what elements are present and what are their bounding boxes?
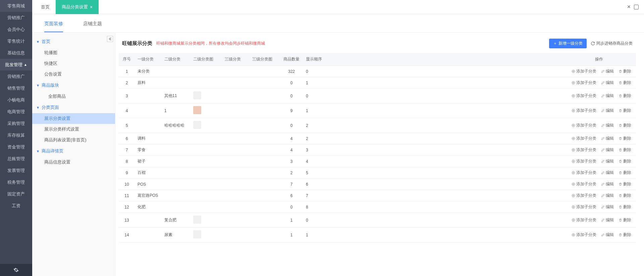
main-nav-item[interactable]: 发票管理	[0, 165, 32, 176]
tree-group-product-detail[interactable]: ▼ 商品详情页	[32, 145, 115, 157]
cell-order: 5	[303, 167, 562, 179]
main-nav-item[interactable]: 总账管理	[0, 153, 32, 165]
main-nav-item[interactable]: 税务管理	[0, 176, 32, 188]
add-sub-button[interactable]: 添加子分类	[572, 181, 596, 187]
add-sub-button[interactable]: 添加子分类	[572, 158, 596, 164]
add-sub-button[interactable]: 添加子分类	[572, 93, 596, 99]
category-thumb[interactable]	[193, 106, 201, 114]
fullscreen-icon[interactable]	[634, 5, 639, 9]
tree-item-display-category-style[interactable]: 展示分类样式设置	[32, 124, 115, 135]
close-icon[interactable]: ×	[90, 4, 93, 10]
tree-item-all-products[interactable]: 全部商品	[32, 91, 115, 102]
edit-button[interactable]: 编辑	[601, 68, 614, 74]
add-sub-button[interactable]: 添加子分类	[572, 108, 596, 113]
main-nav-item[interactable]: 采购管理	[0, 118, 32, 129]
tree-item-product-list-settings[interactable]: 商品列表设置(非首页)	[32, 135, 115, 145]
main-nav-item[interactable]: 会员中心	[0, 24, 32, 35]
main-nav-item[interactable]: 批发管理▲	[0, 59, 32, 71]
main-nav-item[interactable]: 营销推广	[0, 71, 32, 82]
main-nav-item[interactable]: 小畅电商	[0, 94, 32, 106]
tree-item-notice[interactable]: 公告设置	[32, 69, 115, 80]
cell-c2img	[191, 201, 222, 213]
cell-c2img	[191, 89, 222, 103]
edit-button[interactable]: 编辑	[601, 204, 614, 210]
tab-home[interactable]: 首页	[35, 0, 56, 14]
main-nav-item[interactable]: 电商管理	[0, 106, 32, 118]
sync-inventory-button[interactable]: 同步进销存商品分类	[591, 41, 633, 46]
delete-button[interactable]: 删除	[619, 80, 631, 86]
edit-button[interactable]: 编辑	[601, 80, 614, 86]
add-sub-button[interactable]: 添加子分类	[572, 170, 596, 176]
edit-button[interactable]: 编辑	[601, 123, 614, 128]
main-nav-item[interactable]: 资金管理	[0, 141, 32, 153]
main-nav-item[interactable]: 库存核算	[0, 129, 32, 141]
category-thumb-empty[interactable]	[193, 230, 201, 238]
delete-button[interactable]: 删除	[619, 68, 631, 74]
edit-button[interactable]: 编辑	[601, 217, 614, 223]
add-top-category-button[interactable]: ＋ 新增一级分类	[549, 39, 587, 48]
sub-tab-page-decor[interactable]: 页面装修	[44, 14, 63, 32]
cell-c3img	[250, 133, 280, 144]
tree-group-product-block[interactable]: ▼ 商品版块	[32, 80, 115, 91]
main-nav-item[interactable]: 工资	[0, 200, 32, 212]
main-nav-item[interactable]: 营销推广	[0, 12, 32, 24]
cell-c2img	[191, 179, 222, 190]
add-sub-button[interactable]: 添加子分类	[572, 123, 596, 128]
delete-button[interactable]: 删除	[619, 170, 631, 176]
close-all-icon[interactable]: ×	[627, 3, 631, 10]
tree-group-category-page[interactable]: ▼ 分类页面	[32, 102, 115, 113]
category-thumb-empty[interactable]	[193, 121, 201, 129]
tab-category-settings[interactable]: 商品分类设置 ×	[56, 0, 99, 14]
delete-button[interactable]: 删除	[619, 217, 631, 223]
main-row: ▼ 首页 轮播图 快捷区 公告设置 ▼ 商品版块 全部商品 ▼ 分类页面 展示分…	[32, 33, 644, 276]
collapse-icon[interactable]	[107, 36, 113, 42]
tree-item-carousel[interactable]: 轮播图	[32, 47, 115, 58]
category-thumb-empty[interactable]	[193, 216, 201, 224]
add-sub-button[interactable]: 添加子分类	[572, 232, 596, 238]
delete-button[interactable]: 删除	[619, 181, 631, 187]
edit-button[interactable]: 编辑	[601, 108, 614, 113]
main-nav-item[interactable]: 基础信息	[0, 47, 32, 59]
add-sub-button[interactable]: 添加子分类	[572, 80, 596, 86]
delete-button[interactable]: 删除	[619, 136, 631, 141]
sub-tab-shop-theme[interactable]: 店铺主题	[83, 14, 102, 32]
add-sub-button[interactable]: 添加子分类	[572, 147, 596, 153]
tree-item-quick[interactable]: 快捷区	[32, 58, 115, 69]
add-sub-button[interactable]: 添加子分类	[572, 217, 596, 223]
tree-item-display-category-settings[interactable]: 展示分类设置	[32, 113, 115, 124]
main-nav-item[interactable]: 固定资产	[0, 188, 32, 200]
cell-c2	[162, 66, 191, 77]
category-thumb-empty[interactable]	[193, 91, 201, 99]
cell-c2: 1	[162, 103, 191, 118]
edit-button[interactable]: 编辑	[601, 93, 614, 99]
delete-button[interactable]: 删除	[619, 147, 631, 153]
main-nav-item[interactable]: 销售管理	[0, 82, 32, 94]
delete-button[interactable]: 删除	[619, 193, 631, 198]
delete-button[interactable]: 删除	[619, 232, 631, 238]
add-sub-button[interactable]: 添加子分类	[572, 204, 596, 210]
edit-button[interactable]: 编辑	[601, 181, 614, 187]
cell-c3img	[250, 103, 280, 118]
add-sub-button[interactable]: 添加子分类	[572, 136, 596, 141]
delete-button[interactable]: 删除	[619, 123, 631, 128]
main-nav-item[interactable]: 零售统计	[0, 35, 32, 47]
edit-button[interactable]: 编辑	[601, 147, 614, 153]
tree-group-home[interactable]: ▼ 首页	[32, 36, 115, 47]
delete-button[interactable]: 删除	[619, 158, 631, 164]
cell-qty: 0	[280, 77, 303, 89]
edit-button[interactable]: 编辑	[601, 193, 614, 198]
tree-item-product-info-settings[interactable]: 商品信息设置	[32, 157, 115, 168]
delete-button[interactable]: 删除	[619, 93, 631, 99]
delete-button[interactable]: 删除	[619, 108, 631, 113]
cell-c3img	[250, 118, 280, 133]
delete-button[interactable]: 删除	[619, 204, 631, 210]
edit-button[interactable]: 编辑	[601, 158, 614, 164]
settings-gear[interactable]	[0, 264, 32, 276]
main-nav-item[interactable]: 零售商城	[0, 0, 32, 12]
add-sub-button[interactable]: 添加子分类	[572, 193, 596, 198]
edit-button[interactable]: 编辑	[601, 232, 614, 238]
add-sub-button[interactable]: 添加子分类	[572, 68, 596, 74]
edit-button[interactable]: 编辑	[601, 170, 614, 176]
cell-qty: 0	[280, 201, 303, 213]
edit-button[interactable]: 编辑	[601, 136, 614, 141]
